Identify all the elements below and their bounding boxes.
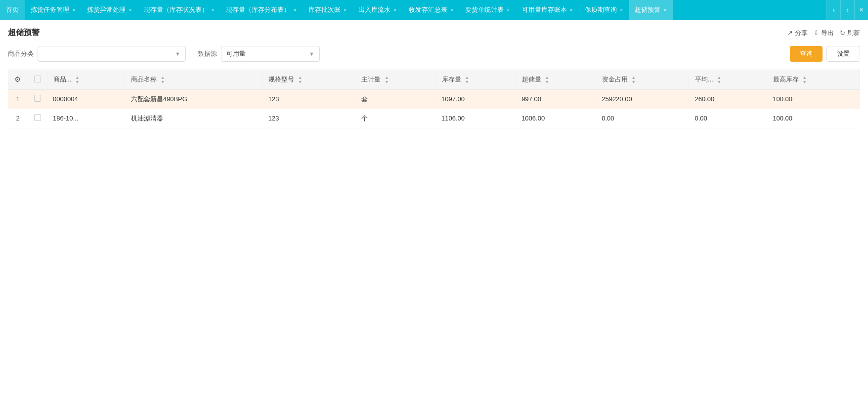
nav-tab-tab-ck11[interactable]: 超储预警× <box>629 0 672 20</box>
category-select[interactable]: ▼ <box>38 46 186 62</box>
row-unit: 个 <box>355 109 435 128</box>
col-over-header[interactable]: 超储量 ▲▼ <box>516 70 596 90</box>
row-over: 1006.00 <box>516 109 596 128</box>
nav-tab-label: 现存量（库存状况表） <box>144 5 208 14</box>
nav-tab-close-icon[interactable]: × <box>570 7 573 13</box>
col-spec-header[interactable]: 规格型号 ▲▼ <box>262 70 355 90</box>
nav-tab-close-icon[interactable]: × <box>344 7 347 13</box>
gear-icon[interactable]: ⚙ <box>14 75 21 84</box>
settings-button[interactable]: 设置 <box>826 46 860 62</box>
col-avg-sort-icon: ▲▼ <box>717 76 721 84</box>
col-check-header[interactable] <box>28 70 47 90</box>
row-code: 186-10... <box>47 109 125 128</box>
refresh-button[interactable]: ↻ 刷新 <box>840 29 860 38</box>
nav-tab-label: 可用量库存账本 <box>522 5 567 14</box>
col-spec-sort-icon: ▲▼ <box>298 76 303 84</box>
header-actions: ↗ 分享 ⇩ 导出 ↻ 刷新 <box>787 29 860 38</box>
nav-tab-tab-ck5[interactable]: 库存批次账× <box>303 0 352 20</box>
export-button[interactable]: ⇩ 导出 <box>814 29 834 38</box>
row-checkbox[interactable] <box>34 95 41 102</box>
select-all-checkbox[interactable] <box>34 76 41 82</box>
nav-tab-close-icon[interactable]: × <box>393 7 396 13</box>
col-avg-header[interactable]: 平均... ▲▼ <box>689 70 767 90</box>
share-icon: ↗ <box>787 29 793 37</box>
nav-tab-label: 现存量（库存分布表） <box>226 5 290 14</box>
nav-tab-tab-ck3[interactable]: 现存量（库存状况表）× <box>138 0 220 20</box>
col-over-sort-icon: ▲▼ <box>545 76 549 84</box>
nav-tab-close-icon[interactable]: × <box>129 7 131 13</box>
nav-tab-tab-ck6[interactable]: 出入库流水× <box>352 0 402 20</box>
datasource-select[interactable]: 可用量 ▼ <box>221 46 320 62</box>
nav-close-all-button[interactable]: × <box>854 0 868 20</box>
col-code-label: 商品... <box>53 76 72 83</box>
row-code: 0000004 <box>47 89 125 109</box>
nav-tab-close-icon[interactable]: × <box>211 7 214 13</box>
nav-tab-close-icon[interactable]: × <box>450 7 453 13</box>
category-filter-group: 商品分类 ▼ <box>8 46 186 62</box>
nav-home[interactable]: 首页 <box>0 0 25 20</box>
col-code-header[interactable]: 商品... ▲▼ <box>47 70 125 90</box>
table-row: 2 186-10... 机油滤清器 123 个 1106.00 1006.00 … <box>8 109 860 128</box>
col-capital-header[interactable]: 资金占用 ▲▼ <box>596 70 689 90</box>
datasource-label: 数据源 <box>198 49 217 58</box>
nav-tab-close-icon[interactable]: × <box>620 7 623 13</box>
table-header-row: ⚙ 商品... ▲▼ 商品名称 ▲▼ 规格型号 ▲▼ <box>8 70 860 90</box>
nav-tab-tab-ck1[interactable]: 拣货任务管理× <box>25 0 81 20</box>
nav-tab-tab-ck7[interactable]: 收发存汇总表× <box>403 0 459 20</box>
datasource-chevron-icon: ▼ <box>309 51 314 57</box>
nav-tab-tab-ck9[interactable]: 可用量库存账本× <box>516 0 579 20</box>
page-header: 超储预警 ↗ 分享 ⇩ 导出 ↻ 刷新 <box>8 28 860 38</box>
col-avg-label: 平均... <box>695 76 713 83</box>
col-unit-sort-icon: ▲▼ <box>385 76 389 84</box>
export-icon: ⇩ <box>814 29 819 37</box>
nav-tab-label: 保质期查询 <box>585 5 617 14</box>
col-name-sort-icon: ▲▼ <box>161 76 165 84</box>
col-name-header[interactable]: 商品名称 ▲▼ <box>125 70 262 90</box>
row-name: 六配套新昌490BPG <box>125 89 262 109</box>
row-over: 997.00 <box>516 89 596 109</box>
refresh-icon: ↻ <box>840 29 845 37</box>
query-button[interactable]: 查询 <box>790 46 823 62</box>
col-over-label: 超储量 <box>522 76 541 83</box>
nav-tab-tab-ck10[interactable]: 保质期查询× <box>579 0 629 20</box>
share-label: 分享 <box>795 29 808 38</box>
row-number: 2 <box>8 109 28 128</box>
nav-tab-close-icon[interactable]: × <box>72 7 75 13</box>
col-unit-label: 主计量 <box>361 76 381 83</box>
col-unit-header[interactable]: 主计量 ▲▼ <box>355 70 435 90</box>
nav-tab-close-icon[interactable]: × <box>293 7 296 13</box>
category-label: 商品分类 <box>8 49 34 58</box>
nav-tab-close-icon[interactable]: × <box>507 7 510 13</box>
nav-tab-label: 库存批次账 <box>308 5 341 14</box>
data-table: ⚙ 商品... ▲▼ 商品名称 ▲▼ 规格型号 ▲▼ <box>8 70 860 128</box>
row-unit: 套 <box>355 89 435 109</box>
export-label: 导出 <box>821 29 834 38</box>
nav-tab-label: 收发存汇总表 <box>409 5 447 14</box>
nav-next-button[interactable]: › <box>840 0 854 20</box>
nav-arrows: ‹ › × <box>826 0 868 20</box>
nav-tab-tab-ck8[interactable]: 要货单统计表× <box>459 0 516 20</box>
row-checkbox-cell[interactable] <box>28 109 47 128</box>
row-name: 机油滤清器 <box>125 109 262 128</box>
col-stock-label: 库存量 <box>442 76 461 83</box>
nav-prev-button[interactable]: ‹ <box>826 0 840 20</box>
col-maxstock-header[interactable]: 最高库存 ▲▼ <box>767 70 860 90</box>
col-maxstock-sort-icon: ▲▼ <box>802 76 807 84</box>
row-checkbox-cell[interactable] <box>28 89 47 109</box>
nav-tab-label: 出入库流水 <box>358 5 391 14</box>
col-stock-sort-icon: ▲▼ <box>465 76 469 84</box>
col-name-label: 商品名称 <box>131 76 157 83</box>
nav-tab-close-icon[interactable]: × <box>663 7 666 13</box>
col-capital-label: 资金占用 <box>602 76 628 83</box>
nav-bar: 首页 拣货任务管理×拣货异常处理×现存量（库存状况表）×现存量（库存分布表）×库… <box>0 0 868 20</box>
col-gear-header: ⚙ <box>8 70 28 90</box>
col-maxstock-label: 最高库存 <box>773 76 799 83</box>
nav-tab-tab-ck2[interactable]: 拣货异常处理× <box>81 0 137 20</box>
nav-tab-label: 拣货任务管理 <box>31 5 69 14</box>
nav-tab-tab-ck4[interactable]: 现存量（库存分布表）× <box>220 0 302 20</box>
row-checkbox[interactable] <box>34 114 41 121</box>
table-row: 1 0000004 六配套新昌490BPG 123 套 1097.00 997.… <box>8 89 860 109</box>
col-stock-header[interactable]: 库存量 ▲▼ <box>435 70 516 90</box>
row-stock: 1097.00 <box>435 89 516 109</box>
share-button[interactable]: ↗ 分享 <box>787 29 808 38</box>
